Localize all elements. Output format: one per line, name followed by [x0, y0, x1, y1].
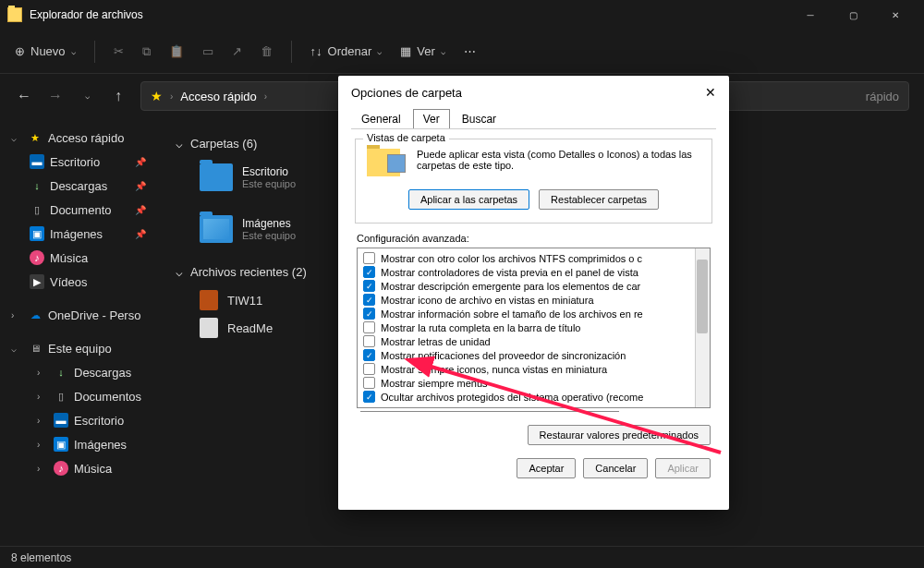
paste-icon: 📋 — [169, 44, 184, 58]
cloud-icon: ☁ — [28, 308, 43, 322]
pin-icon: 📌 — [135, 229, 146, 239]
trash-icon: 🗑 — [261, 44, 273, 58]
up-button[interactable]: ↑ — [109, 87, 128, 105]
close-button[interactable]: ✕ — [874, 0, 917, 30]
adv-option-3[interactable]: ✓Mostrar icono de archivo en vistas en m… — [361, 293, 706, 307]
checkbox[interactable]: ✓ — [363, 266, 375, 278]
tab-view[interactable]: Ver — [413, 109, 450, 129]
sidebar-this-pc[interactable]: ⌵🖥Este equipo — [4, 336, 153, 360]
option-label: Mostrar la ruta completa en la barra de … — [381, 322, 580, 333]
sidebar-pc-pictures[interactable]: ›▣Imágenes — [4, 432, 153, 456]
checkbox[interactable] — [363, 377, 375, 389]
checkbox[interactable]: ✓ — [363, 280, 375, 292]
status-text: 8 elementos — [11, 551, 71, 564]
sidebar-pc-music[interactable]: ›♪Música — [4, 456, 153, 480]
checkbox[interactable] — [363, 363, 375, 375]
paste-button[interactable]: 📋 — [169, 44, 184, 58]
sidebar-item-desktop[interactable]: ▬Escritorio📌 — [4, 150, 153, 174]
reset-folders-button[interactable]: Restablecer carpetas — [539, 189, 659, 210]
tab-search[interactable]: Buscar — [452, 109, 506, 129]
advanced-settings-list[interactable]: Mostrar con otro color los archivos NTFS… — [357, 248, 711, 408]
delete-button[interactable]: 🗑 — [261, 44, 273, 58]
adv-option-10[interactable]: ✓Ocultar archivos protegidos del sistema… — [361, 390, 706, 404]
adv-option-5[interactable]: Mostrar la ruta completa en la barra de … — [361, 320, 706, 334]
pin-icon: 📌 — [135, 181, 146, 191]
tab-general[interactable]: General — [351, 109, 411, 129]
sort-button[interactable]: ↑↓ Ordenar ⌵ — [310, 44, 383, 58]
music-icon: ♪ — [54, 461, 68, 476]
cut-button[interactable]: ✂ — [114, 44, 124, 58]
sidebar-item-downloads[interactable]: ↓Descargas📌 — [4, 174, 153, 198]
adv-option-6[interactable]: Mostrar letras de unidad — [361, 334, 706, 348]
divider — [291, 41, 292, 63]
more-icon: ⋯ — [464, 44, 476, 58]
dialog-close-button[interactable]: ✕ — [705, 85, 716, 100]
more-button[interactable]: ⋯ — [464, 44, 476, 58]
share-button[interactable]: ↗ — [232, 44, 242, 58]
file-name: TIW11 — [227, 294, 262, 308]
chevron-right-icon: › — [37, 368, 48, 378]
folder-pictures[interactable]: ImágenesEste equipo — [194, 210, 301, 248]
folder-icon — [200, 215, 233, 243]
checkbox[interactable] — [363, 252, 375, 264]
scroll-thumb[interactable] — [697, 260, 708, 333]
sidebar-item-label: Este equipo — [48, 342, 112, 356]
sidebar-quick-access[interactable]: ⌵ ★ Acceso rápido — [4, 126, 153, 150]
sidebar-label: Acceso rápido — [48, 131, 124, 145]
adv-option-8[interactable]: Mostrar siempre iconos, nunca vistas en … — [361, 362, 706, 376]
new-button[interactable]: ⊕ Nuevo ⌵ — [15, 44, 76, 58]
chevron-down-icon: ⌵ — [377, 47, 382, 56]
adv-option-2[interactable]: ✓Mostrar descripción emergente para los … — [361, 279, 706, 293]
forward-button[interactable]: → — [46, 87, 65, 105]
ok-button[interactable]: Aceptar — [517, 458, 576, 478]
recent-button[interactable]: ⌵ — [78, 87, 96, 105]
folder-options-dialog: Opciones de carpeta ✕ General Ver Buscar… — [338, 76, 729, 510]
image-icon: ▣ — [54, 437, 68, 452]
checkbox[interactable]: ✓ — [363, 308, 375, 320]
restore-defaults-button[interactable]: Restaurar valores predeterminados — [528, 425, 711, 445]
adv-option-4[interactable]: ✓Mostrar información sobre el tamaño de … — [361, 307, 706, 320]
copy-icon: ⧉ — [142, 44, 151, 59]
apply-button[interactable]: Aplicar — [655, 458, 711, 478]
checkbox[interactable] — [363, 321, 375, 333]
option-label: Mostrar información sobre el tamaño de l… — [381, 308, 643, 320]
checkbox[interactable] — [363, 335, 375, 347]
checkbox[interactable]: ✓ — [363, 349, 375, 361]
sidebar-item-label: Documentos — [74, 390, 141, 404]
sidebar-item-videos[interactable]: ▶Vídeos — [4, 270, 153, 294]
adv-option-9[interactable]: Mostrar siempre menús — [361, 376, 706, 390]
adv-option-0[interactable]: Mostrar con otro color los archivos NTFS… — [361, 251, 706, 265]
breadcrumb-root[interactable]: Acceso rápido — [180, 90, 256, 103]
sidebar-pc-downloads[interactable]: ›↓Descargas — [4, 360, 153, 384]
chevron-down-icon: ⌵ — [71, 47, 76, 56]
maximize-button[interactable]: ▢ — [832, 0, 874, 30]
option-label: Mostrar icono de archivo en vistas en mi… — [381, 295, 594, 306]
sidebar-pc-desktop[interactable]: ›▬Escritorio — [4, 408, 153, 432]
chevron-right-icon: › — [170, 91, 173, 102]
scrollbar[interactable] — [695, 248, 710, 407]
back-button[interactable]: ← — [15, 87, 33, 105]
sidebar-item-music[interactable]: ♪Música — [4, 246, 153, 270]
sidebar-pc-documents[interactable]: ›▯Documentos — [4, 384, 153, 408]
rename-button[interactable]: ▭ — [202, 44, 213, 58]
checkbox[interactable]: ✓ — [363, 391, 375, 403]
cancel-button[interactable]: Cancelar — [583, 458, 648, 478]
rename-icon: ▭ — [202, 44, 213, 58]
group-title: Archivos recientes (2) — [190, 265, 307, 279]
sidebar-item-pictures[interactable]: ▣Imágenes📌 — [4, 222, 153, 246]
sidebar-onedrive[interactable]: ›☁OneDrive - Perso — [4, 303, 153, 327]
folder-name: Imágenes — [242, 217, 296, 230]
folder-desktop[interactable]: EscritorioEste equipo — [194, 158, 301, 197]
folder-name: Escritorio — [242, 165, 296, 178]
adv-option-1[interactable]: ✓Mostrar controladores de vista previa e… — [361, 265, 706, 279]
sidebar-item-label: OneDrive - Perso — [48, 308, 140, 322]
option-label: Mostrar controladores de vista previa en… — [381, 267, 638, 278]
checkbox[interactable]: ✓ — [363, 294, 375, 306]
apply-to-folders-button[interactable]: Aplicar a las carpetas — [408, 189, 529, 210]
sort-label: Ordenar — [328, 44, 372, 58]
adv-option-7[interactable]: ✓Mostrar notificaciones del proveedor de… — [361, 348, 706, 362]
sidebar-item-documents[interactable]: ▯Documento📌 — [4, 198, 153, 222]
copy-button[interactable]: ⧉ — [142, 44, 151, 59]
minimize-button[interactable]: ─ — [789, 0, 832, 30]
view-button[interactable]: ▦ Ver ⌵ — [400, 44, 445, 58]
